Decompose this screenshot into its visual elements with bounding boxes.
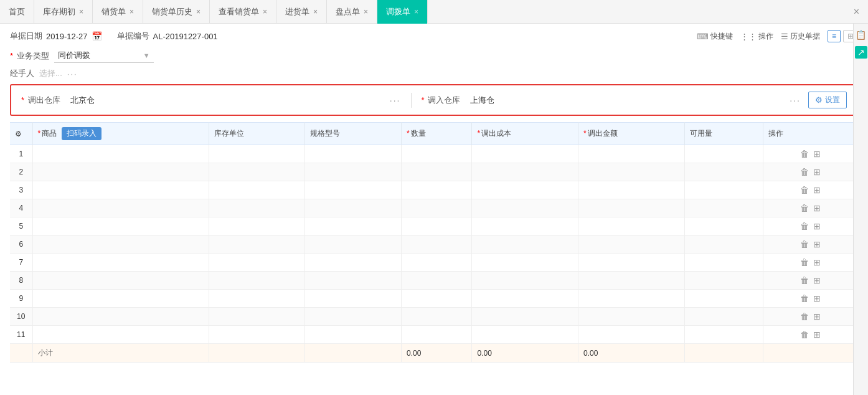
tab-purchase-order[interactable]: 进货单 × [276, 0, 327, 24]
row-available[interactable] [684, 272, 763, 290]
row-cost[interactable] [472, 163, 578, 181]
row-available[interactable] [684, 308, 763, 326]
row-unit[interactable] [209, 217, 305, 236]
copy-icon[interactable]: ⊞ [813, 167, 821, 177]
settings-button[interactable]: ⚙ 设置 [808, 92, 847, 108]
row-unit[interactable] [209, 326, 305, 344]
delete-icon[interactable]: 🗑 [800, 257, 809, 267]
layout-list-btn[interactable]: ≡ [828, 30, 841, 42]
row-qty[interactable] [402, 254, 472, 272]
row-amount[interactable] [578, 145, 685, 163]
row-cost[interactable] [472, 326, 578, 344]
copy-icon[interactable]: ⊞ [813, 203, 821, 213]
copy-icon[interactable]: ⊞ [813, 275, 821, 285]
row-unit[interactable] [209, 254, 305, 272]
row-product[interactable] [32, 181, 209, 199]
tab-view-sales[interactable]: 查看销货单 × [210, 0, 276, 24]
row-spec[interactable] [305, 217, 402, 236]
row-qty[interactable] [402, 326, 472, 344]
tab-view-sales-close[interactable]: × [263, 7, 267, 16]
delete-icon[interactable]: 🗑 [800, 330, 809, 340]
row-product[interactable] [32, 272, 209, 290]
business-type-dropdown[interactable]: 同价调拨 ▼ [54, 49, 154, 63]
row-cost[interactable] [472, 272, 578, 290]
row-qty[interactable] [402, 272, 472, 290]
row-unit[interactable] [209, 272, 305, 290]
tab-home[interactable]: 首页 [0, 0, 34, 24]
tab-transfer-order-close[interactable]: × [414, 7, 418, 16]
tab-inventory-check-close[interactable]: × [364, 7, 368, 16]
row-amount[interactable] [578, 308, 685, 326]
tab-transfer-order[interactable]: 调拨单 × [377, 0, 428, 24]
th-gear[interactable]: ⚙ [10, 123, 32, 145]
row-spec[interactable] [305, 272, 402, 290]
delete-icon[interactable]: 🗑 [800, 239, 809, 249]
row-unit[interactable] [209, 199, 305, 217]
copy-icon[interactable]: ⊞ [813, 330, 821, 340]
row-spec[interactable] [305, 254, 402, 272]
delete-icon[interactable]: 🗑 [800, 203, 809, 213]
row-available[interactable] [684, 254, 763, 272]
tab-inventory-check[interactable]: 盘点单 × [327, 0, 377, 24]
copy-icon[interactable]: ⊞ [813, 149, 821, 159]
row-cost[interactable] [472, 145, 578, 163]
row-amount[interactable] [578, 290, 685, 308]
row-product[interactable] [32, 236, 209, 254]
row-amount[interactable] [578, 254, 685, 272]
row-qty[interactable] [402, 163, 472, 181]
tab-sales-history[interactable]: 销货单历史 × [143, 0, 210, 24]
row-unit[interactable] [209, 181, 305, 199]
out-warehouse-dots[interactable]: ··· [390, 95, 401, 105]
row-amount[interactable] [578, 163, 685, 181]
tab-sales-history-close[interactable]: × [196, 7, 200, 16]
row-product[interactable] [32, 163, 209, 181]
gear-settings-icon[interactable]: ⚙ [15, 130, 22, 138]
row-spec[interactable] [305, 199, 402, 217]
row-available[interactable] [684, 236, 763, 254]
row-spec[interactable] [305, 236, 402, 254]
tab-inventory-init-close[interactable]: × [79, 7, 83, 16]
delete-icon[interactable]: 🗑 [800, 149, 809, 159]
row-cost[interactable] [472, 308, 578, 326]
calendar-icon[interactable]: 📅 [92, 31, 102, 41]
row-qty[interactable] [402, 308, 472, 326]
row-qty[interactable] [402, 145, 472, 163]
row-spec[interactable] [305, 326, 402, 344]
in-warehouse-dots[interactable]: ··· [790, 95, 801, 105]
row-product[interactable] [32, 217, 209, 236]
delete-icon[interactable]: 🗑 [800, 221, 809, 231]
row-available[interactable] [684, 326, 763, 344]
copy-icon[interactable]: ⊞ [813, 257, 821, 267]
delete-icon[interactable]: 🗑 [800, 185, 809, 195]
tab-inventory-init[interactable]: 库存期初 × [34, 0, 93, 24]
row-unit[interactable] [209, 163, 305, 181]
row-spec[interactable] [305, 163, 402, 181]
row-cost[interactable] [472, 290, 578, 308]
row-cost[interactable] [472, 254, 578, 272]
row-available[interactable] [684, 199, 763, 217]
shortcuts-button[interactable]: ⌨ 快捷键 [697, 31, 733, 42]
row-unit[interactable] [209, 308, 305, 326]
tab-purchase-order-close[interactable]: × [313, 7, 318, 16]
row-amount[interactable] [578, 272, 685, 290]
tab-sales-order[interactable]: 销货单 × [93, 0, 143, 24]
row-spec[interactable] [305, 181, 402, 199]
row-available[interactable] [684, 217, 763, 236]
row-unit[interactable] [209, 290, 305, 308]
tab-sales-order-close[interactable]: × [130, 7, 134, 16]
row-available[interactable] [684, 145, 763, 163]
delete-icon[interactable]: 🗑 [800, 293, 809, 303]
row-amount[interactable] [578, 326, 685, 344]
handler-dots[interactable]: ··· [67, 69, 78, 79]
history-button[interactable]: ☰ 历史单据 [781, 31, 820, 42]
row-available[interactable] [684, 163, 763, 181]
row-unit[interactable] [209, 236, 305, 254]
row-amount[interactable] [578, 181, 685, 199]
copy-icon[interactable]: ⊞ [813, 221, 821, 231]
row-product[interactable] [32, 145, 209, 163]
row-available[interactable] [684, 181, 763, 199]
delete-icon[interactable]: 🗑 [800, 312, 809, 321]
row-spec[interactable] [305, 145, 402, 163]
row-spec[interactable] [305, 290, 402, 308]
handler-select[interactable]: 选择... [39, 68, 62, 79]
